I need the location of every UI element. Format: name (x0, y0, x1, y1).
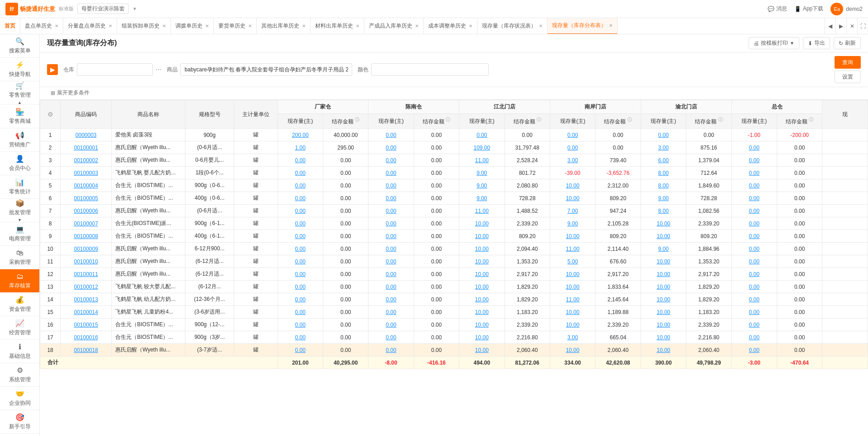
nav-expand-btn[interactable]: ⛶ (857, 18, 868, 34)
sidebar-item-ecommerce[interactable]: 💻 电商管理 (0, 222, 39, 246)
warehouse-dots[interactable]: ··· (156, 66, 161, 74)
summary-jiangbei-amt: 81,272.06 (505, 356, 550, 369)
cell-jiangbei-qty: 10.00 (459, 243, 505, 255)
cell-spec: (3-6岁适用... (185, 306, 234, 319)
selector-label[interactable]: 母婴行业演示陈套 (77, 4, 129, 14)
cell-chennan-qty: 0.00 (368, 243, 414, 255)
cell-yubeimen-qty: 9.00 (641, 243, 686, 255)
close-icon[interactable]: ✕ (55, 23, 58, 28)
sidebar-item-collab[interactable]: 🤝 企业协同 (0, 387, 39, 410)
logo-sub: 标准版 (59, 5, 74, 12)
sidebar-item-inventory[interactable]: 🗂 库存核算 (0, 269, 39, 293)
cell-nanan-amt: 676.60 (595, 255, 641, 268)
sidebar-item-retail[interactable]: 🛒 零售管理 ▲ (0, 81, 39, 105)
tab-1[interactable]: 盘点单历史 ✕ (20, 18, 63, 34)
sidebar-item-guide[interactable]: 🎯 新手引导 (0, 410, 39, 434)
close-icon[interactable]: ✕ (248, 23, 252, 28)
cell-chennan-amt: 0.00 (414, 319, 459, 331)
filter-expand-btn[interactable]: ▶ (47, 64, 58, 75)
cell-nanan-qty: 5.00 (550, 255, 595, 268)
cell-total-qty: 0.00 (731, 293, 777, 306)
tab-8[interactable]: 产成品入库单历史 ✕ (364, 18, 424, 34)
close-icon[interactable]: ✕ (415, 23, 419, 28)
close-icon[interactable]: ✕ (469, 23, 472, 28)
user-btn[interactable]: Ea demo2 (830, 3, 863, 15)
close-icon[interactable]: ✕ (302, 23, 306, 28)
close-icon[interactable]: ✕ (539, 23, 542, 28)
nav-close-btn[interactable]: ✕ (846, 18, 857, 34)
cell-no: 3 (40, 154, 61, 167)
cell-factory-qty: 0.00 (278, 167, 323, 179)
close-icon[interactable]: ✕ (609, 23, 613, 28)
sidebar-item-search[interactable]: 🔍 搜索英单 (0, 34, 39, 58)
cell-code: 00100009 (61, 243, 112, 255)
gear-icon[interactable]: ⚙ (47, 111, 53, 118)
cell-factory-qty: 0.00 (278, 255, 323, 268)
tab-4[interactable]: 调拨单历史 ✕ (171, 18, 214, 34)
message-btn[interactable]: 💬 消息 (768, 5, 787, 13)
refresh-label: 刷新 (845, 39, 856, 47)
sidebar-item-retail-stat[interactable]: 📊 零售统计 (0, 175, 39, 199)
tab-9[interactable]: 成本调整单历史 ✕ (424, 18, 477, 34)
close-icon[interactable]: ✕ (162, 23, 166, 28)
tab-2[interactable]: 分量盘点单历史 ✕ (63, 18, 117, 34)
sidebar-item-biz[interactable]: 📈 经营管理 (0, 316, 39, 340)
cell-factory-qty: 200.00 (278, 129, 323, 141)
app-download-btn[interactable]: 📱 App下载 (794, 5, 823, 13)
tab-7[interactable]: 材料出库单历史 ✕ (311, 18, 364, 34)
cell-chennan-qty: 0.00 (368, 319, 414, 331)
cell-unit: 罐 (234, 293, 278, 306)
sidebar-item-purchase[interactable]: 🛍 采购管理 (0, 246, 39, 269)
cell-factory-qty: 0.00 (278, 293, 323, 306)
close-icon[interactable]: ✕ (108, 23, 112, 28)
cell-unit: 罐 (234, 306, 278, 319)
expand-more-btn[interactable]: ⊞ 展开更多条件 (47, 89, 861, 97)
cell-extra (822, 255, 868, 268)
cell-yubeimen-qty: 10.00 (641, 331, 686, 344)
tab-3[interactable]: 组装拆卸单历史 ✕ (117, 18, 171, 34)
close-icon[interactable]: ✕ (356, 23, 359, 28)
sidebar-item-member[interactable]: 👤 会员中心 (0, 152, 39, 175)
refresh-btn[interactable]: ↻ 刷新 (834, 37, 861, 49)
tab-10[interactable]: 现存量（库存状况表） ✕ (477, 18, 547, 34)
search-btn[interactable]: 查询 (835, 56, 861, 69)
sidebar-item-nav[interactable]: ⚡ 快捷导航 (0, 58, 39, 81)
setting-btn[interactable]: 设置 (835, 70, 861, 83)
warehouse-input[interactable] (77, 63, 153, 76)
cell-extra (822, 205, 868, 217)
cell-no: 8 (40, 217, 61, 230)
tab-11[interactable]: 现存量（库存分布表） ✕ (547, 18, 618, 34)
cell-unit: 罐 (234, 255, 278, 268)
tab-6[interactable]: 其他出库单历史 ✕ (257, 18, 311, 34)
sidebar-item-base[interactable]: ℹ 基础信息 (0, 340, 39, 363)
export-btn[interactable]: ⬇ 导出 (803, 37, 830, 49)
cell-jiangbei-qty: 10.00 (459, 255, 505, 268)
print-btn[interactable]: 🖨 按模板打印 ▼ (749, 37, 799, 49)
cell-factory-amt: 0.00 (323, 205, 368, 217)
tab-5[interactable]: 要货单历史 ✕ (214, 18, 257, 34)
th-yubeimen-qty: 现存量(主) (641, 114, 686, 129)
cell-chennan-amt: 0.00 (414, 179, 459, 192)
nav-prev-btn[interactable]: ◀ (825, 18, 835, 34)
cell-unit: 罐 (234, 331, 278, 344)
app-label: App下载 (803, 5, 823, 13)
sidebar-item-marketing[interactable]: 📢 营销推广 (0, 128, 39, 152)
table-row: 11 00100010 惠氏启醒（Wyeth illu... (6-12月适..… (40, 255, 868, 268)
cell-factory-qty: 1.00 (278, 141, 323, 154)
sidebar-item-wholesale[interactable]: 📦 批发管理 ▼ (0, 199, 39, 222)
table-row: 1 0000003 爱他美 卤藻3段 900g 罐 200.00 40,000.… (40, 129, 868, 141)
cell-no: 6 (40, 192, 61, 205)
cell-jiangbei-qty: 11.00 (459, 154, 505, 167)
nav-next-btn[interactable]: ▶ (835, 18, 846, 34)
sidebar-item-appcenter[interactable]: 📱 应用中心 (0, 434, 39, 436)
color-input[interactable] (371, 63, 489, 76)
close-icon[interactable]: ✕ (205, 23, 209, 28)
tab-home[interactable]: 首页 (0, 18, 20, 34)
sidebar-item-system[interactable]: ⚙ 系统管理 (0, 363, 39, 387)
cell-name: 惠氏启醒（Wyeth illu... (112, 141, 185, 154)
sidebar-item-finance[interactable]: 💰 资金管理 (0, 293, 39, 316)
cell-spec: (6-12月... (185, 281, 234, 293)
goods-input[interactable] (180, 63, 352, 76)
sidebar-item-mall[interactable]: 🏪 零售商城 (0, 105, 39, 128)
cell-chennan-qty: 0.00 (368, 179, 414, 192)
